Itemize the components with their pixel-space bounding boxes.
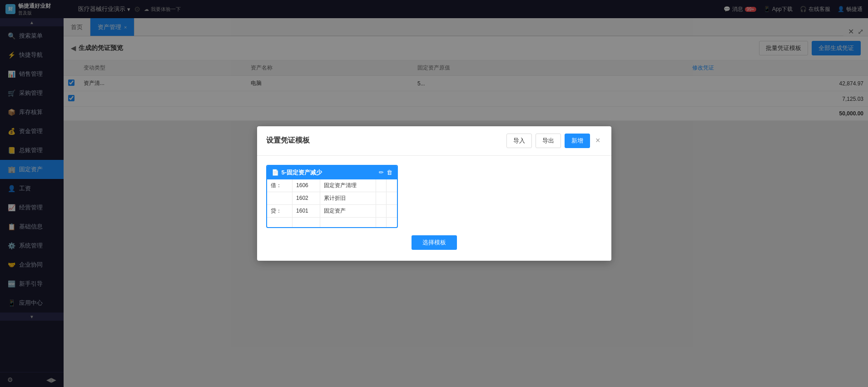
entry2-direction — [267, 192, 293, 204]
modal-overlay: 设置凭证模板 导入 导出 新增 × — [64, 36, 868, 387]
app-container: 财 畅捷通好业财 普及版 医疗器械行业演示 ▾ ⚙ ☁ 我要体验一下 💬 消息 … — [0, 0, 868, 387]
template-card-name: 5-固定资产减少 — [282, 169, 322, 177]
entry2-account: 累计折旧 — [320, 192, 376, 204]
entry3-account: 固定资产 — [320, 204, 376, 217]
modal-body: 📄 5-固定资产减少 ✏ 🗑 — [257, 156, 611, 261]
entry3-code: 1601 — [293, 204, 320, 217]
template-empty-row — [267, 217, 397, 227]
empty4 — [376, 217, 387, 227]
modal-title: 设置凭证模板 — [266, 136, 310, 145]
modal-dialog: 设置凭证模板 导入 导出 新增 × — [257, 126, 611, 261]
entry1-direction: 借： — [267, 179, 293, 192]
template-delete-icon[interactable]: 🗑 — [387, 169, 392, 176]
import-btn[interactable]: 导入 — [506, 134, 532, 148]
entry2-credit — [387, 192, 397, 204]
template-entry-row: 贷： 1601 固定资产 — [267, 204, 397, 217]
entry3-credit — [387, 204, 397, 217]
main-layout: ▲ 🔍 搜索菜单 ⚡ 快捷导航 📊 销售管理 🛒 采购管理 — [0, 18, 868, 387]
entry2-code: 1602 — [293, 192, 320, 204]
template-entry-row: 1602 累计折旧 — [267, 192, 397, 204]
template-entry-row: 借： 1606 固定资产清理 — [267, 179, 397, 192]
modal-header: 设置凭证模板 导入 导出 新增 × — [257, 126, 611, 156]
template-card-title-area: 📄 5-固定资产减少 — [272, 169, 322, 177]
content-area: 首页 资产管理 × ✕ ⤢ ◀ — [64, 18, 868, 387]
template-card: 📄 5-固定资产减少 ✏ 🗑 — [266, 165, 398, 228]
entry1-credit — [387, 179, 397, 192]
new-btn[interactable]: 新增 — [565, 134, 590, 148]
select-template-btn[interactable]: 选择模板 — [412, 235, 457, 250]
entry1-debit — [376, 179, 387, 192]
entry1-account: 固定资产清理 — [320, 179, 376, 192]
empty2 — [293, 217, 320, 227]
empty3 — [320, 217, 376, 227]
template-entries-table: 借： 1606 固定资产清理 1602 — [267, 179, 397, 228]
entry3-debit — [376, 204, 387, 217]
empty5 — [387, 217, 397, 227]
entry2-debit — [376, 192, 387, 204]
entry1-code: 1606 — [293, 179, 320, 192]
template-doc-icon: 📄 — [272, 169, 279, 176]
template-edit-icon[interactable]: ✏ — [379, 169, 384, 176]
export-btn[interactable]: 导出 — [536, 134, 561, 148]
modal-header-actions: 导入 导出 新增 × — [506, 134, 602, 148]
modal-close-btn[interactable]: × — [594, 134, 602, 147]
entry3-direction: 贷： — [267, 204, 293, 217]
template-card-header: 📄 5-固定资产减少 ✏ 🗑 — [267, 166, 397, 179]
template-card-actions: ✏ 🗑 — [379, 169, 392, 176]
empty1 — [267, 217, 293, 227]
content-page: ◀ 生成的凭证预览 批量凭证模板 全部生成凭证 — [64, 36, 868, 387]
